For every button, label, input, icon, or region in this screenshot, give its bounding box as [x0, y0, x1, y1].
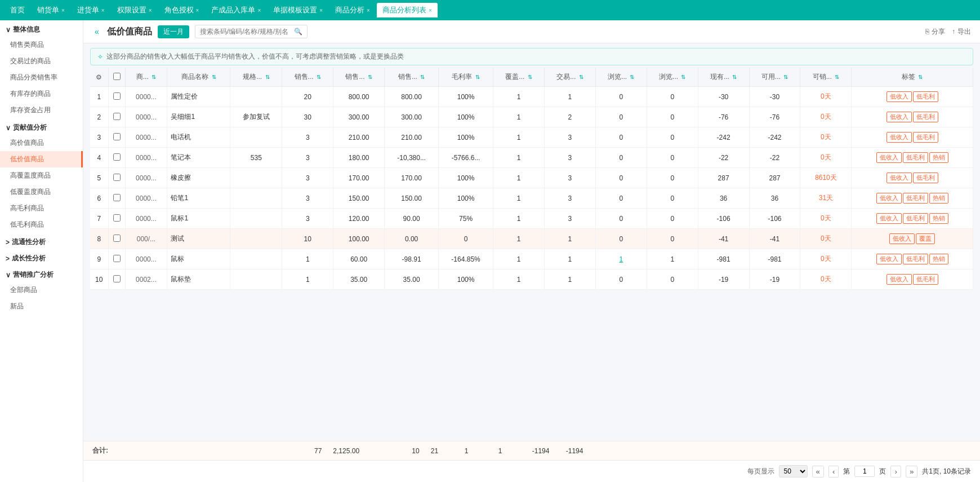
next-page-button[interactable]: › [890, 466, 901, 477]
row-margin: 100% [439, 188, 493, 209]
last-page-button[interactable]: » [906, 466, 917, 477]
row-select-checkbox[interactable] [113, 275, 121, 282]
row-select-checkbox[interactable] [113, 133, 121, 140]
sidebar-item-sales-goods[interactable]: 销售类商品 [0, 37, 83, 53]
nav-sales-order[interactable]: 销货单 × [32, 3, 70, 17]
sidebar-collapse-button[interactable]: « [92, 25, 101, 38]
column-sales1: 销售... ⇅ [282, 68, 333, 87]
sidebar-item-low-value[interactable]: 低价值商品 [0, 151, 83, 167]
row-num: 2 [90, 107, 108, 127]
row-sales1: 3 [282, 168, 333, 188]
table-row: 4 0000... 笔记本 535 3 180.00 -10,380... -5… [90, 148, 973, 168]
close-icon[interactable]: × [101, 7, 105, 14]
sidebar-section-contribution[interactable]: ∨ 贡献值分析 [0, 118, 83, 135]
sidebar-item-traded-goods[interactable]: 交易过的商品 [0, 53, 83, 69]
row-avail: -242 [749, 127, 800, 148]
sidebar-item-all-goods[interactable]: 全部商品 [0, 282, 83, 298]
row-select-checkbox[interactable] [113, 153, 121, 161]
sidebar-item-low-coverage[interactable]: 低覆盖度商品 [0, 184, 83, 200]
search-icon[interactable]: 🔍 [294, 28, 302, 36]
close-icon[interactable]: × [429, 7, 432, 14]
row-checkbox[interactable] [108, 168, 125, 188]
close-icon[interactable]: × [257, 7, 261, 14]
row-sales2: 60.00 [333, 249, 385, 269]
prev-page-button[interactable]: ‹ [828, 466, 839, 477]
row-select-checkbox[interactable] [113, 113, 121, 120]
page-size-select[interactable]: 50 10 20 100 [779, 465, 808, 477]
row-select-checkbox[interactable] [113, 214, 121, 222]
column-settings[interactable]: ⚙ [90, 68, 108, 87]
nav-home[interactable]: 首页 [5, 3, 30, 17]
select-all-checkbox[interactable] [113, 73, 121, 80]
sidebar-section-overall[interactable]: ∨ 整体信息 [0, 20, 83, 37]
row-checkbox[interactable] [108, 229, 125, 249]
tag-badge: 热销 [929, 213, 948, 224]
row-checkbox[interactable] [108, 269, 125, 290]
row-stock: -30 [698, 87, 749, 107]
row-checkbox[interactable] [108, 188, 125, 209]
row-sales2: 210.00 [333, 127, 385, 148]
table-row: 1 0000... 属性定价 20 800.00 800.00 100% 1 1… [90, 87, 973, 107]
sidebar-item-inventory-capital[interactable]: 库存资金占用 [0, 102, 83, 118]
search-input[interactable] [200, 28, 292, 36]
nav-product-analysis[interactable]: 商品分析 × [329, 3, 376, 17]
tag-badge: 低收入 [887, 112, 912, 122]
close-icon[interactable]: × [319, 7, 323, 14]
row-browse2: 0 [647, 188, 698, 209]
row-checkbox[interactable] [108, 127, 125, 148]
sidebar-item-category-sales-rate[interactable]: 商品分类销售率 [0, 69, 83, 86]
row-coverage: 1 [493, 229, 545, 249]
row-select-checkbox[interactable] [113, 92, 121, 100]
nav-permission-settings[interactable]: 权限设置 × [112, 3, 158, 17]
close-icon[interactable]: × [367, 7, 370, 14]
row-sale-days: 0天 [800, 148, 852, 168]
row-name: 属性定价 [167, 87, 230, 107]
nav-product-entry[interactable]: 产成品入库单 × [206, 3, 266, 17]
footer-col6-total: 77 [309, 447, 327, 455]
footer-cover-total: 10 [406, 447, 425, 455]
filter-recent-month-button[interactable]: 近一月 [158, 25, 189, 38]
row-checkbox[interactable] [108, 148, 125, 168]
row-checkbox[interactable] [108, 87, 125, 107]
row-select-checkbox[interactable] [113, 255, 121, 262]
sidebar-item-stocked-goods[interactable]: 有库存的商品 [0, 86, 83, 102]
page-number-input[interactable] [854, 466, 875, 477]
row-coverage: 1 [493, 148, 545, 168]
sidebar-section-liquidity[interactable]: > 流通性分析 [0, 233, 83, 249]
column-checkbox[interactable] [108, 68, 125, 87]
export-button[interactable]: ↑ 导出 [952, 27, 971, 37]
sidebar-item-high-coverage[interactable]: 高覆盖度商品 [0, 167, 83, 184]
nav-role-auth[interactable]: 角色授权 × [159, 3, 205, 17]
sidebar-item-high-margin[interactable]: 高毛利商品 [0, 200, 83, 216]
footer-col7-total: 2,125.00 [327, 447, 367, 455]
nav-product-analysis-list[interactable]: 商品分析列表 × [377, 3, 438, 17]
row-select-checkbox[interactable] [113, 174, 121, 181]
footer-trade-total: 21 [425, 447, 459, 455]
close-icon[interactable]: × [61, 7, 65, 14]
row-select-checkbox[interactable] [113, 235, 121, 242]
row-checkbox[interactable] [108, 209, 125, 229]
footer-values: 77 2,125.00 10 21 1 1 -1194 -1194 [117, 447, 594, 455]
row-stock: 36 [698, 188, 749, 209]
nav-purchase-order[interactable]: 进货单 × [72, 3, 110, 17]
row-select-checkbox[interactable] [113, 194, 121, 201]
row-browse2: 0 [647, 269, 698, 290]
row-checkbox[interactable] [108, 249, 125, 269]
row-browse1[interactable]: 1 [595, 249, 647, 269]
first-page-button[interactable]: « [812, 466, 824, 477]
row-margin: 100% [439, 269, 493, 290]
page-title: 低价值商品 [107, 26, 152, 38]
row-sales2: 150.00 [333, 188, 385, 209]
sidebar-item-low-margin[interactable]: 低毛利商品 [0, 216, 83, 233]
sidebar-item-high-value[interactable]: 高价值商品 [0, 135, 83, 151]
nav-template-settings[interactable]: 单据模板设置 × [268, 3, 328, 17]
close-icon[interactable]: × [196, 7, 199, 14]
sidebar-section-marketing[interactable]: ∨ 营销推广分析 [0, 266, 83, 282]
row-checkbox[interactable] [108, 107, 125, 127]
sidebar-item-new-goods[interactable]: 新品 [0, 298, 83, 315]
footer-spacer2 [367, 447, 406, 455]
close-icon[interactable]: × [149, 7, 152, 14]
share-button[interactable]: ⎘ 分享 [925, 27, 945, 37]
row-num: 5 [90, 168, 108, 188]
sidebar-section-growth[interactable]: > 成长性分析 [0, 249, 83, 266]
